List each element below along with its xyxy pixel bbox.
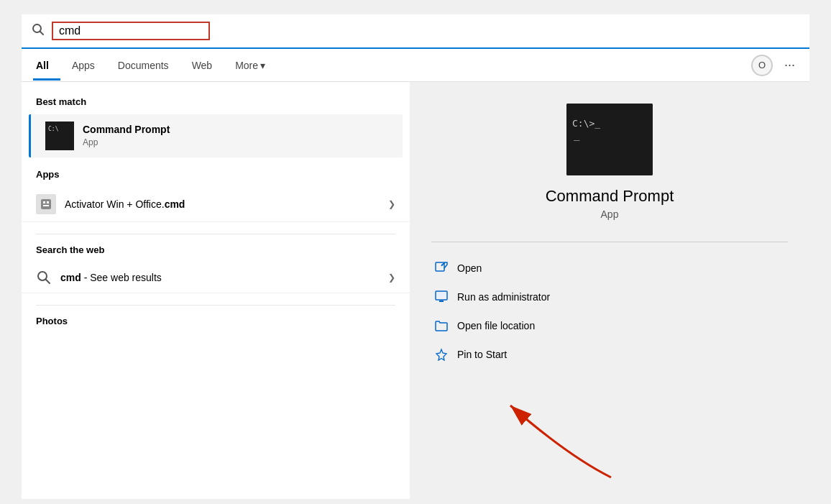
action-open-location[interactable]: Open file location [431,311,788,340]
action-list: Open Run as administrator [431,254,788,369]
tab-more[interactable]: More ▾ [224,51,277,80]
pin-label: Pin to Start [457,349,507,360]
web-chevron-icon: ❯ [388,272,395,283]
more-options-button[interactable]: ··· [781,55,798,75]
app-list-item[interactable]: Activator Win + Office.cmd ❯ [22,187,410,222]
admin-label: Run as administrator [457,291,550,303]
search-input[interactable] [52,22,210,40]
photos-section-title: Photos [22,316,410,334]
chevron-right-icon: ❯ [388,199,395,209]
web-suffix: - See web results [81,272,162,283]
best-match-name: Command Prompt [83,124,170,135]
svg-rect-8 [566,104,653,175]
pin-icon [434,347,449,362]
web-search-item[interactable]: cmd - See web results ❯ [22,262,410,293]
best-match-type: App [83,137,98,147]
divider2 [36,305,395,306]
web-search-text: cmd - See web results [60,272,388,283]
left-panel: Best match Command Prompt App Apps [22,82,410,499]
open-icon [434,261,449,275]
tabs-bar: All Apps Documents Web More ▾ O ··· [22,49,809,82]
right-panel: C:\>_ Command Prompt App Open [410,82,809,499]
search-web-icon [36,270,52,285]
svg-rect-4 [47,201,49,203]
search-bar [22,14,809,49]
action-run-as-admin[interactable]: Run as administrator [431,283,788,311]
open-label: Open [457,262,482,274]
svg-rect-3 [43,201,45,203]
tab-documents[interactable]: Documents [106,51,180,80]
app-list-text: Activator Win + Office.cmd [65,198,388,210]
svg-text:C:\>_: C:\>_ [572,118,600,129]
panel-divider [431,242,788,242]
action-pin-start[interactable]: Pin to Start [431,340,788,369]
svg-rect-14 [439,301,444,302]
app-preview: C:\>_ Command Prompt App [431,104,788,220]
red-arrow-annotation [453,384,640,499]
app-large-name: Command Prompt [546,187,674,206]
tab-all[interactable]: All [33,51,60,80]
cortana-button[interactable]: O [751,55,773,76]
svg-rect-2 [41,199,51,209]
tab-apps[interactable]: Apps [60,51,106,80]
activator-icon [36,194,56,214]
divider [36,234,395,234]
cmd-icon [45,122,74,150]
svg-rect-5 [43,205,49,206]
folder-icon [434,319,449,333]
location-label: Open file location [457,320,535,331]
search-icon [32,23,45,40]
svg-rect-13 [437,293,446,297]
action-open[interactable]: Open [431,254,788,283]
app-large-icon: C:\>_ [566,104,653,175]
web-section-title: Search the web [22,244,410,262]
app-name-bold: cmd [165,198,185,210]
apps-section-title: Apps [22,169,410,187]
svg-line-1 [40,31,44,35]
app-name-plain: Activator Win + Office. [65,198,165,210]
web-query: cmd [60,272,81,283]
admin-icon [434,290,449,304]
tab-web[interactable]: Web [180,51,224,80]
best-match-title: Best match [22,96,410,114]
app-large-type: App [601,209,619,220]
best-match-item[interactable]: Command Prompt App [29,114,403,157]
svg-line-7 [46,280,50,284]
